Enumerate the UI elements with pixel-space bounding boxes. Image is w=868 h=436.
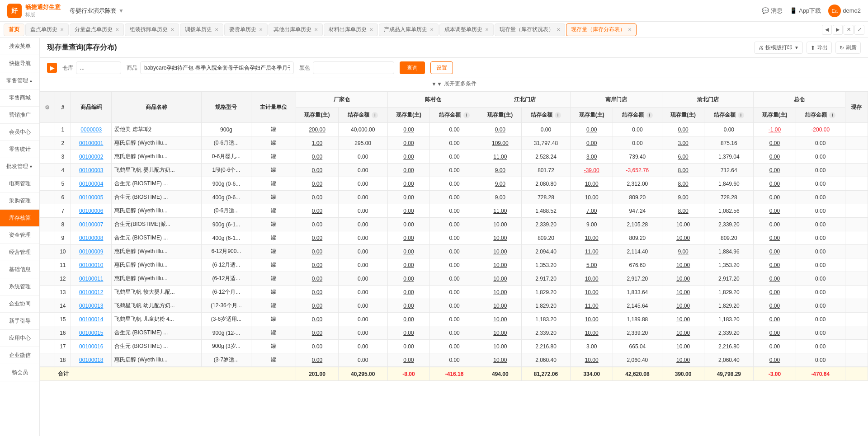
filter-toggle-btn[interactable]: ▶: [47, 63, 57, 73]
cell-zongcang-qty[interactable]: 0.00: [754, 231, 796, 245]
tab-prev-btn[interactable]: ◀: [822, 25, 832, 35]
tab-close-icon[interactable]: ✕: [485, 27, 489, 32]
cell-jiangbei-qty[interactable]: 11.00: [479, 204, 522, 218]
cell-chencun-qty[interactable]: 0.00: [387, 204, 430, 218]
cell-code[interactable]: 00100001: [71, 136, 112, 150]
sidebar-item-quicknav[interactable]: 快捷导航: [0, 55, 39, 72]
cell-code[interactable]: 00100010: [71, 258, 112, 272]
cell-code[interactable]: 00100007: [71, 218, 112, 231]
sidebar-item-operation[interactable]: 经营管理: [0, 244, 39, 261]
cell-zongcang-qty[interactable]: 0.00: [754, 258, 796, 272]
info-icon[interactable]: i: [555, 112, 561, 118]
tab-xiancun1[interactable]: 现存量（库存状况表） ✕: [495, 23, 565, 36]
sidebar-item-appcenter[interactable]: 应用中心: [0, 330, 39, 347]
info-icon[interactable]: i: [372, 112, 378, 118]
cell-code[interactable]: 00100011: [71, 272, 112, 286]
cell-yubei-qty[interactable]: 10.00: [662, 258, 704, 272]
cell-chencun-qty[interactable]: 0.00: [387, 123, 430, 136]
cell-zongcang-qty[interactable]: 0.00: [754, 150, 796, 164]
cell-changjia-qty[interactable]: 200.00: [296, 123, 339, 136]
sidebar-item-member[interactable]: 会员中心: [0, 124, 39, 141]
cell-jiangbei-qty[interactable]: 10.00: [479, 272, 522, 286]
cell-changjia-qty[interactable]: 0.00: [296, 258, 339, 272]
sidebar-item-member2[interactable]: 畅会员: [0, 364, 39, 381]
cell-chencun-qty[interactable]: 0.00: [387, 313, 430, 326]
cell-zongcang-qty[interactable]: 0.00: [754, 191, 796, 204]
cell-nanan-qty[interactable]: 10.00: [571, 191, 613, 204]
tab-yaohuo[interactable]: 要货单历史 ✕: [224, 23, 268, 36]
cell-yubei-qty[interactable]: 10.00: [662, 272, 704, 286]
tab-fenliang[interactable]: 分量盘点单历史 ✕: [70, 23, 124, 36]
sidebar-item-basic[interactable]: 基础信息: [0, 261, 39, 278]
tab-zuzhuan[interactable]: 组装拆卸单历史 ✕: [125, 23, 179, 36]
cell-code[interactable]: 00100013: [71, 299, 112, 313]
warehouse-input[interactable]: [76, 61, 121, 74]
expand-more-btn[interactable]: ▼▼ 展开更多条件: [431, 80, 476, 88]
cell-yubei-qty[interactable]: 3.00: [662, 136, 704, 150]
cell-zongcang-qty[interactable]: 0.00: [754, 272, 796, 286]
cell-yubei-qty[interactable]: 10.00: [662, 340, 704, 353]
cell-code[interactable]: 00100012: [71, 286, 112, 299]
sidebar-item-finance[interactable]: 资金管理: [0, 227, 39, 244]
tab-close-icon[interactable]: ✕: [60, 27, 64, 32]
cell-yubei-qty[interactable]: 10.00: [662, 286, 704, 299]
sidebar-item-guide[interactable]: 新手引导: [0, 313, 39, 330]
cell-yubei-qty[interactable]: 0.00: [662, 123, 704, 136]
cell-zongcang-qty[interactable]: 0.00: [754, 299, 796, 313]
cell-nanan-qty[interactable]: 9.00: [571, 218, 613, 231]
cell-jiangbei-qty[interactable]: 10.00: [479, 326, 522, 340]
cell-code[interactable]: 0000003: [71, 123, 112, 136]
user-info[interactable]: Ea demo2: [828, 5, 861, 17]
cell-nanan-qty[interactable]: 3.00: [571, 150, 613, 164]
cell-code[interactable]: 00100004: [71, 177, 112, 191]
cell-jiangbei-qty[interactable]: 109.00: [479, 136, 522, 150]
cell-yubei-qty[interactable]: 10.00: [662, 326, 704, 340]
cell-chencun-qty[interactable]: 0.00: [387, 164, 430, 177]
cell-code[interactable]: 00100006: [71, 204, 112, 218]
refresh-btn[interactable]: ↻ 刷新: [835, 42, 861, 54]
cell-nanan-qty[interactable]: 0.00: [571, 123, 613, 136]
cell-changjia-qty[interactable]: 1.00: [296, 136, 339, 150]
sidebar-item-retail[interactable]: 零售管理 ▲: [0, 72, 39, 89]
cell-nanan-qty[interactable]: 10.00: [571, 231, 613, 245]
cell-nanan-qty[interactable]: 11.00: [571, 245, 613, 258]
cell-chencun-qty[interactable]: 0.00: [387, 326, 430, 340]
query-btn[interactable]: 查询: [400, 61, 425, 74]
cell-changjia-qty[interactable]: 0.00: [296, 326, 339, 340]
cell-nanan-qty[interactable]: -39.00: [571, 164, 613, 177]
cell-chencun-qty[interactable]: 0.00: [387, 231, 430, 245]
cell-changjia-qty[interactable]: 0.00: [296, 231, 339, 245]
cell-changjia-qty[interactable]: 0.00: [296, 299, 339, 313]
tab-close-icon[interactable]: ✕: [115, 27, 119, 32]
cell-yubei-qty[interactable]: 10.00: [662, 299, 704, 313]
cell-jiangbei-qty[interactable]: 10.00: [479, 313, 522, 326]
cell-changjia-qty[interactable]: 0.00: [296, 150, 339, 164]
info-icon[interactable]: i: [829, 112, 835, 118]
sidebar-item-system[interactable]: 系统管理: [0, 278, 39, 295]
cell-changjia-qty[interactable]: 0.00: [296, 177, 339, 191]
cell-chencun-qty[interactable]: 0.00: [387, 245, 430, 258]
cell-nanan-qty[interactable]: 3.00: [571, 340, 613, 353]
cell-jiangbei-qty[interactable]: 10.00: [479, 299, 522, 313]
cell-nanan-qty[interactable]: 10.00: [571, 326, 613, 340]
info-icon[interactable]: i: [646, 112, 653, 118]
setting-btn[interactable]: 设置: [430, 61, 453, 74]
cell-changjia-qty[interactable]: 0.00: [296, 164, 339, 177]
cell-zongcang-qty[interactable]: 0.00: [754, 353, 796, 367]
cell-yubei-qty[interactable]: 9.00: [662, 245, 704, 258]
info-icon[interactable]: i: [738, 112, 744, 118]
cell-code[interactable]: 00100005: [71, 191, 112, 204]
cell-jiangbei-qty[interactable]: 10.00: [479, 231, 522, 245]
cell-jiangbei-qty[interactable]: 10.00: [479, 218, 522, 231]
color-input[interactable]: [313, 61, 394, 74]
sidebar-item-purchase[interactable]: 采购管理: [0, 192, 39, 210]
cell-jiangbei-qty[interactable]: 9.00: [479, 164, 522, 177]
cell-nanan-qty[interactable]: 10.00: [571, 313, 613, 326]
export-btn[interactable]: ⬆ 导出: [807, 42, 832, 54]
tab-close-icon[interactable]: ✕: [314, 27, 318, 32]
tab-diaobo[interactable]: 调拨单历史 ✕: [180, 23, 223, 36]
tab-close-btn[interactable]: ✕: [844, 25, 854, 35]
cell-jiangbei-qty[interactable]: 10.00: [479, 286, 522, 299]
tab-next-btn[interactable]: ▶: [833, 25, 843, 35]
cell-code[interactable]: 00100018: [71, 353, 112, 367]
